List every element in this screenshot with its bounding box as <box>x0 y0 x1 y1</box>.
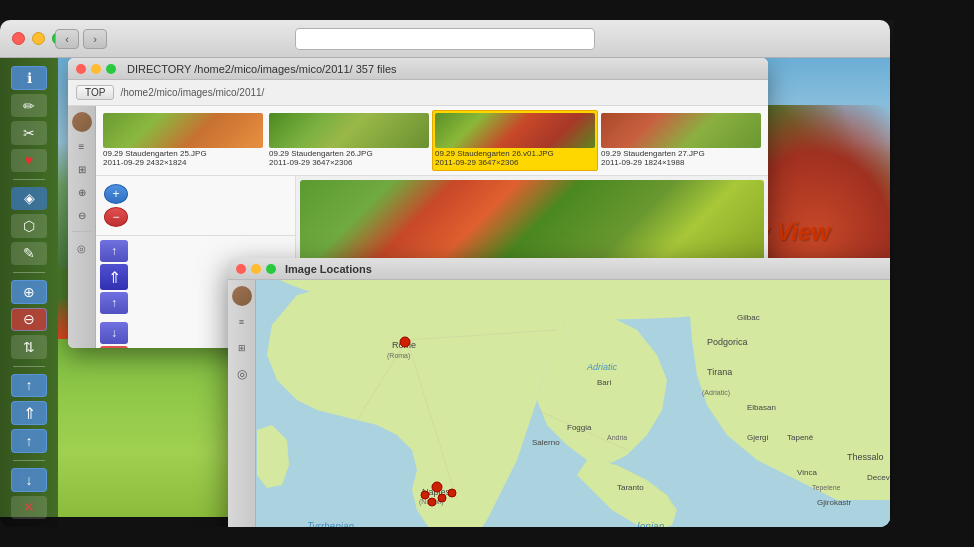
svg-text:Vinca: Vinca <box>797 468 817 477</box>
map-sidebar-icon-3[interactable]: ◎ <box>232 364 252 384</box>
svg-text:Gjergi: Gjergi <box>747 433 769 442</box>
svg-point-33 <box>400 337 410 347</box>
gallery-titlebar: DIRECTORY /home2/mico/images/mico/2011/ … <box>68 58 768 80</box>
map-content: Rome (Roma) Naples (Napoli) Bari Foggia … <box>256 280 890 527</box>
svg-text:Gilbac: Gilbac <box>737 313 760 322</box>
sidebar-edit-icon[interactable]: ✏ <box>11 94 47 117</box>
gallery-sidebar-icon-4[interactable]: ⊖ <box>72 206 92 224</box>
map-maximize-btn[interactable] <box>266 264 276 274</box>
map-window: Image Locations ≡ ⊞ ◎ <box>228 258 890 527</box>
sidebar-sep-2 <box>13 272 45 273</box>
thumb-img-3 <box>435 113 595 148</box>
browser-nav: ‹ › <box>55 29 107 49</box>
thumbnail-3-selected[interactable]: 09.29 Staudengarten 26.v01.JPG2011-09-29… <box>432 110 598 171</box>
thumbnails-area: 09.29 Staudengarten 25.JPG2011-09-29 243… <box>96 106 768 176</box>
sidebar-cut-icon[interactable]: ✂ <box>11 121 47 144</box>
svg-text:Adriatic: Adriatic <box>586 362 618 372</box>
url-bar[interactable] <box>295 28 595 50</box>
map-title: Image Locations <box>285 263 372 275</box>
gallery-sidebar-avatar <box>72 112 92 132</box>
sidebar-info-icon[interactable]: ℹ <box>11 66 47 90</box>
gallery-minimize-btn[interactable] <box>91 64 101 74</box>
sidebar-sep-3 <box>13 366 45 367</box>
zoom-in-btn[interactable]: + <box>104 184 128 204</box>
zoom-out-btn[interactable]: − <box>104 207 128 227</box>
sidebar-heart-icon[interactable]: ♥ <box>11 149 47 172</box>
minimize-button[interactable] <box>32 32 45 45</box>
svg-text:Decever: Decever <box>867 473 890 482</box>
back-button[interactable]: ‹ <box>55 29 79 49</box>
svg-text:Elbasan: Elbasan <box>747 403 776 412</box>
browser-titlebar: ‹ › <box>0 20 890 58</box>
gallery-sidebar-icon-5[interactable]: ◎ <box>72 239 92 257</box>
gallery-sidebar-sep <box>72 231 92 232</box>
thumb-label-1: 09.29 Staudengarten 25.JPG2011-09-29 243… <box>103 150 263 168</box>
sidebar-plus-icon[interactable]: ⊕ <box>11 280 47 304</box>
map-sidebar-avatar <box>232 286 252 306</box>
thumb-img-4 <box>601 113 761 148</box>
thumbnail-2[interactable]: 09.29 Staudengarten 26.JPG2011-09-29 364… <box>266 110 432 171</box>
svg-point-34 <box>432 482 442 492</box>
top-button[interactable]: TOP <box>76 85 114 100</box>
gallery-path: /home2/mico/images/mico/2011/ <box>120 87 760 98</box>
nav-x-btn[interactable]: ✕ <box>100 346 128 348</box>
svg-point-38 <box>428 498 436 506</box>
black-border-top <box>0 0 974 20</box>
forward-button[interactable]: › <box>83 29 107 49</box>
svg-text:Podgorica: Podgorica <box>707 337 748 347</box>
sidebar-up-icon[interactable]: ↑ <box>11 374 47 398</box>
map-sidebar-icon-2[interactable]: ⊞ <box>232 338 252 358</box>
sidebar-up3-icon[interactable]: ↑ <box>11 429 47 453</box>
map-titlebar: Image Locations <box>228 258 890 280</box>
svg-text:Gjirokastr: Gjirokastr <box>817 498 852 507</box>
svg-text:(Adriatic): (Adriatic) <box>702 389 730 397</box>
gallery-sidebar-icon-2[interactable]: ⊞ <box>72 160 92 178</box>
nav-up-btn[interactable]: ↑ <box>100 240 128 262</box>
sidebar-sep-4 <box>13 460 45 461</box>
black-border-right <box>894 0 974 547</box>
thumb-label-2: 09.29 Staudengarten 26.JPG2011-09-29 364… <box>269 150 429 168</box>
gallery-sidebar-icon-3[interactable]: ⊕ <box>72 183 92 201</box>
gallery-sidebar: ≡ ⊞ ⊕ ⊖ ◎ <box>68 106 96 348</box>
sidebar-swap-icon[interactable]: ⇅ <box>11 335 47 358</box>
map-sidebar-icon-1[interactable]: ≡ <box>232 312 252 332</box>
svg-text:Foggia: Foggia <box>567 423 592 432</box>
gallery-window-title: DIRECTORY /home2/mico/images/mico/2011/ … <box>127 63 397 75</box>
gallery-maximize-btn[interactable] <box>106 64 116 74</box>
sidebar-pen-icon[interactable]: ✎ <box>11 242 47 265</box>
map-close-btn[interactable] <box>236 264 246 274</box>
close-button[interactable] <box>12 32 25 45</box>
sidebar-hex-icon[interactable]: ⬡ <box>11 214 47 237</box>
sidebar-x-icon[interactable]: ✕ <box>11 496 47 519</box>
sidebar-minus-icon[interactable]: ⊖ <box>11 308 47 332</box>
gallery-sidebar-icon-1[interactable]: ≡ <box>72 137 92 155</box>
map-background: Rome (Roma) Naples (Napoli) Bari Foggia … <box>256 280 890 527</box>
nav-up-big-btn[interactable]: ⇑ <box>100 264 128 290</box>
svg-text:Andria: Andria <box>607 434 627 441</box>
svg-text:Tepelene: Tepelene <box>812 484 841 492</box>
svg-point-36 <box>438 494 446 502</box>
map-sidebar: ≡ ⊞ ◎ <box>228 280 256 527</box>
sidebar-layers-icon[interactable]: ◈ <box>11 187 47 210</box>
svg-point-37 <box>448 489 456 497</box>
sidebar-down-icon[interactable]: ↓ <box>11 468 47 492</box>
thumbnail-4[interactable]: 09.29 Staudengarten 27.JPG2011-09-29 182… <box>598 110 764 171</box>
browser-window: ‹ › ℹ ✏ ✂ ♥ ◈ ⬡ ✎ ⊕ ⊖ ⇅ ↑ ⇑ ↑ ↓ ✕ <box>0 20 890 527</box>
thumb-label-4: 09.29 Staudengarten 27.JPG2011-09-29 182… <box>601 150 761 168</box>
svg-text:Salerno: Salerno <box>532 438 560 447</box>
main-content: Gallery View DIRECTORY /home2/mico/image… <box>58 58 890 527</box>
map-minimize-btn[interactable] <box>251 264 261 274</box>
nav-down-btn[interactable]: ↓ <box>100 322 128 344</box>
svg-text:Tapenë: Tapenë <box>787 433 814 442</box>
preview-controls: + − <box>96 176 295 236</box>
svg-text:Taranto: Taranto <box>617 483 644 492</box>
map-body: ≡ ⊞ ◎ <box>228 280 890 527</box>
gallery-close-btn[interactable] <box>76 64 86 74</box>
svg-text:Ionian: Ionian <box>637 521 665 527</box>
nav-up2-btn[interactable]: ↑ <box>100 292 128 314</box>
svg-text:Bari: Bari <box>597 378 611 387</box>
sidebar-up2-icon[interactable]: ⇑ <box>11 401 47 425</box>
thumbnail-1[interactable]: 09.29 Staudengarten 25.JPG2011-09-29 243… <box>100 110 266 171</box>
svg-text:Tyrrhenian: Tyrrhenian <box>307 521 354 527</box>
thumb-img-2 <box>269 113 429 148</box>
